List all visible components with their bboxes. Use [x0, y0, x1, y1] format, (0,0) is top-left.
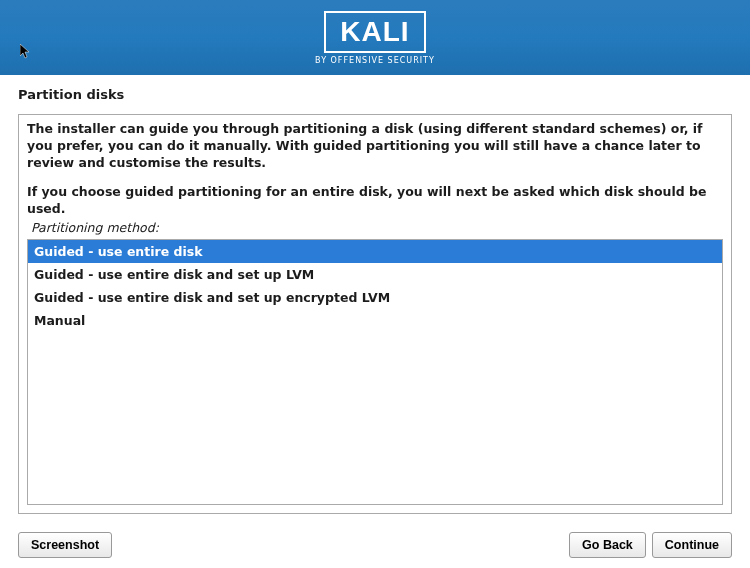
continue-button[interactable]: Continue — [652, 532, 732, 558]
header-banner: KALI BY OFFENSIVE SECURITY — [0, 0, 750, 75]
option-manual[interactable]: Manual — [28, 309, 722, 332]
option-guided-lvm[interactable]: Guided - use entire disk and set up LVM — [28, 263, 722, 286]
page-title: Partition disks — [18, 87, 732, 102]
main-panel: The installer can guide you through part… — [18, 114, 732, 514]
field-label: Partitioning method: — [31, 220, 723, 235]
logo-subtitle: BY OFFENSIVE SECURITY — [315, 56, 435, 65]
option-guided-encrypted-lvm[interactable]: Guided - use entire disk and set up encr… — [28, 286, 722, 309]
option-label: Guided - use entire disk and set up encr… — [34, 290, 390, 305]
logo-text: KALI — [340, 16, 409, 47]
instruction-text: If you choose guided partitioning for an… — [27, 184, 723, 218]
logo: KALI — [324, 11, 425, 53]
content-area: Partition disks The installer can guide … — [0, 75, 750, 524]
option-label: Guided - use entire disk — [34, 244, 203, 259]
description-text: The installer can guide you through part… — [27, 121, 723, 172]
go-back-button[interactable]: Go Back — [569, 532, 646, 558]
option-label: Manual — [34, 313, 85, 328]
option-label: Guided - use entire disk and set up LVM — [34, 267, 314, 282]
option-guided-entire-disk[interactable]: Guided - use entire disk — [28, 240, 722, 263]
partitioning-method-list[interactable]: Guided - use entire disk Guided - use en… — [27, 239, 723, 505]
footer: Screenshot Go Back Continue — [0, 524, 750, 568]
screenshot-button[interactable]: Screenshot — [18, 532, 112, 558]
